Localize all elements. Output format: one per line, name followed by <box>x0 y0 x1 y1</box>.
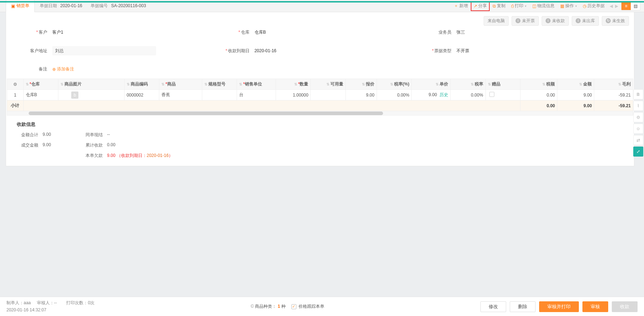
prev-doc-button[interactable]: ◀ <box>610 4 613 9</box>
col-spec[interactable]: ⇅规格型号 <box>202 79 237 90</box>
rail-expand-icon[interactable]: ⤢ <box>633 147 643 157</box>
col-tax-rate[interactable]: ⇅税率 <box>450 79 485 90</box>
logistics-button[interactable]: ◫ 物流信息 <box>529 2 557 10</box>
cell-gross: -59.21 <box>594 90 633 100</box>
doc-no-value: SA-20200116-003 <box>111 3 146 8</box>
col-code[interactable]: ⇅商品编码 <box>124 79 159 90</box>
tab-title: 销货单 <box>16 3 29 9</box>
status-row: 来自电脑 i 未开票 i 未收款 i 未出库 ↻ 未生效 <box>6 12 634 29</box>
cell-unit[interactable]: 台 <box>237 90 276 100</box>
cell-quote[interactable]: 9.00 <box>346 90 377 100</box>
invoice-type-label: 票据类型 <box>434 48 451 53</box>
due-date-value[interactable]: 2020-01-16 <box>255 48 276 53</box>
deal-value: 9.00 <box>43 142 51 148</box>
view-grid-button[interactable]: ▤ <box>631 2 640 10</box>
col-avail[interactable]: ⇅可用量 <box>311 79 346 90</box>
rail-attach-icon[interactable]: ⌇ <box>633 101 643 111</box>
customer-label: 客户 <box>39 30 47 35</box>
salesperson-value[interactable]: 张三 <box>456 29 465 35</box>
invoice-type-value[interactable]: 不开票 <box>456 48 469 54</box>
col-amount[interactable]: ⇅金额 <box>557 79 594 90</box>
main-card: 来自电脑 i 未开票 i 未收款 i 未出库 ↻ 未生效 *客户 客户1 *仓库… <box>6 12 634 166</box>
price-track-checkbox[interactable] <box>291 304 296 309</box>
address-value[interactable]: 刘总 <box>52 46 156 55</box>
col-gross[interactable]: ⇅毛利 <box>594 79 633 90</box>
add-button[interactable]: ＋ 新增 <box>451 2 471 10</box>
badge-from-pc: 来自电脑 <box>484 16 509 26</box>
total-value: 9.00 <box>43 132 51 138</box>
col-tax-amount[interactable]: ⇅税额 <box>520 79 557 90</box>
doc-no-label: 单据编号 <box>91 3 108 8</box>
rail-user-icon[interactable]: ☺ <box>633 124 643 134</box>
badge-no-invoice[interactable]: i 未开票 <box>512 16 539 26</box>
col-discount[interactable]: ⇅税率(%) <box>377 79 412 90</box>
badge-no-receipt[interactable]: i 未收款 <box>542 16 569 26</box>
price-history-link[interactable]: 历史 <box>440 92 448 97</box>
customer-value[interactable]: 客户1 <box>52 29 63 35</box>
cell-warehouse[interactable]: 仓库B <box>23 90 58 100</box>
right-rail: 🗎 ⌇ ⊝ ☺ ⇄ ⤢ <box>633 89 643 157</box>
cell-image[interactable]: b <box>58 90 124 100</box>
price-track-label: 价格跟踪本单 <box>299 303 324 310</box>
doc-meta: 制单人：aaa 审核人：-- 打印次数：0次 2020-01-16 14:32:… <box>6 300 95 313</box>
gift-checkbox[interactable] <box>489 92 494 97</box>
col-unit[interactable]: ⇅*销售单位 <box>237 79 276 90</box>
row-index: 1 <box>7 90 24 100</box>
col-gift[interactable]: ⇅赠品 <box>485 79 520 90</box>
badge-no-out[interactable]: i 未出库 <box>572 16 599 26</box>
rail-globe-icon[interactable]: ⊝ <box>633 112 643 122</box>
horizontal-scrollbar[interactable] <box>7 111 633 115</box>
rail-flow-icon[interactable]: ⇄ <box>633 135 643 145</box>
col-price[interactable]: ⇅单价 <box>412 79 450 90</box>
table-subtotal-row: 小计 0.00 9.00 -59.21 <box>7 100 633 111</box>
scroll-thumb[interactable] <box>29 112 383 115</box>
copy-icon: ⧉ <box>493 4 496 9</box>
remark-label: 备注 <box>39 66 47 71</box>
receive-button[interactable]: 收款 <box>612 301 638 312</box>
col-settings[interactable]: ⚙ <box>7 79 24 90</box>
view-list-button[interactable]: ≡ <box>621 2 631 10</box>
print-button[interactable]: ⎙ 打印 ▾ <box>508 2 529 10</box>
cell-gift[interactable] <box>485 90 520 100</box>
next-doc-button[interactable]: ▶ <box>615 4 618 9</box>
col-image[interactable]: ⇅商品图片 <box>58 79 124 90</box>
truck-icon: ◫ <box>532 4 536 9</box>
col-warehouse[interactable]: ⇅*仓库 <box>23 79 58 90</box>
cell-tax-rate[interactable]: 0.00% <box>450 90 485 100</box>
refresh-icon: ↻ <box>606 18 611 23</box>
cell-product[interactable]: 香蕉 <box>159 90 202 100</box>
cell-spec[interactable] <box>202 90 237 100</box>
owe-value: 9.00 （收款到期日：2020-01-16） <box>107 153 173 159</box>
info-icon: i <box>546 18 551 23</box>
warehouse-value[interactable]: 仓库B <box>255 29 266 35</box>
bottom-bar: 制单人：aaa 审核人：-- 打印次数：0次 2020-01-16 14:32:… <box>0 297 644 316</box>
items-table: ⚙ ⇅*仓库 ⇅商品图片 ⇅商品编码 ⇅*商品 ⇅规格型号 ⇅*销售单位 ⇅*数… <box>7 79 633 111</box>
cell-avail <box>311 90 346 100</box>
col-qty[interactable]: ⇅*数量 <box>276 79 311 90</box>
audit-print-button[interactable]: 审核并打印 <box>539 301 579 312</box>
audit-button[interactable]: 审核 <box>582 301 608 312</box>
operate-button[interactable]: ▦ 操作 ▾ <box>557 2 580 10</box>
image-icon: b <box>71 92 78 99</box>
modify-button[interactable]: 修改 <box>480 301 506 312</box>
payment-title: 收款信息 <box>17 121 623 128</box>
copy-button[interactable]: ⧉ 复制 <box>490 2 508 10</box>
badge-not-effective[interactable]: ↻ 未生效 <box>602 16 629 26</box>
add-remark-button[interactable]: ⊕ 添加备注 <box>52 66 74 72</box>
cell-tax-amount: 0.00 <box>520 90 557 100</box>
table-row[interactable]: 1 仓库B b 0000002 香蕉 台 1.00000 9.00 0.00% … <box>7 90 633 100</box>
total-label: 金额合计 <box>17 132 38 138</box>
cell-price[interactable]: 9.00 历史 <box>412 90 450 100</box>
col-product[interactable]: ⇅*商品 <box>159 79 202 90</box>
address-label: 客户地址 <box>30 48 47 53</box>
cell-code[interactable]: 0000002 <box>124 90 159 100</box>
rail-note-icon[interactable]: 🗎 <box>633 89 643 99</box>
col-quote[interactable]: ⇅报价 <box>346 79 377 90</box>
tab-icon: ▣ <box>11 4 15 9</box>
delete-button[interactable]: 删除 <box>510 301 536 312</box>
cell-discount[interactable]: 0.00% <box>377 90 412 100</box>
cell-qty[interactable]: 1.00000 <box>276 90 311 100</box>
doc-date-label: 单据日期 <box>40 3 57 8</box>
cell-amount: 9.00 <box>557 90 594 100</box>
history-button[interactable]: ◷ 历史单据 <box>580 2 607 10</box>
